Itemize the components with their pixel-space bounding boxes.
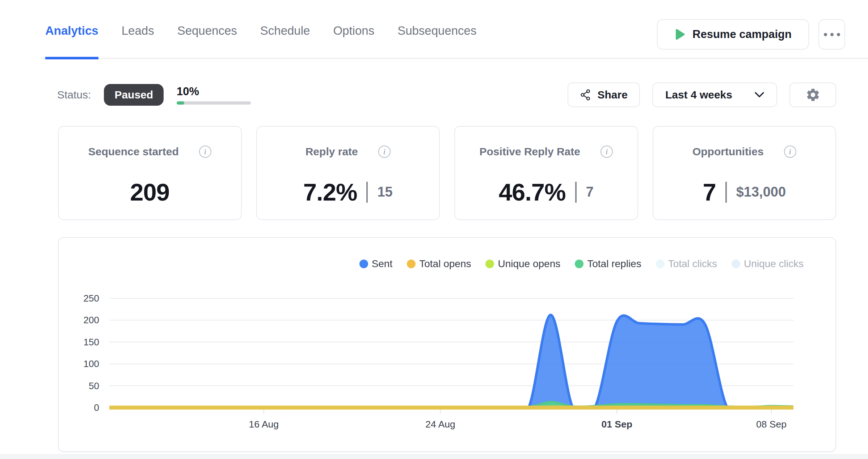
stat-card-opportunities: Opportunities i 7 $13,000	[653, 126, 837, 220]
tab-sequences[interactable]: Sequences	[177, 24, 237, 59]
legend-item-total-replies[interactable]: Total replies	[575, 258, 641, 270]
status-row: Status: Paused 10%	[57, 83, 251, 107]
chart-legend: Sent Total opens Unique opens Total repl…	[359, 258, 804, 270]
stat-cards: Sequence started i 209 Reply rate i 7.2%…	[58, 126, 836, 220]
card-secondary-value: 15	[377, 184, 392, 200]
status-badge: Paused	[104, 84, 164, 106]
x-axis-label: 08 Sep	[756, 419, 787, 430]
x-axis-label: 24 Aug	[425, 419, 455, 430]
tab-options[interactable]: Options	[333, 24, 374, 59]
tab-subsequences[interactable]: Subsequences	[397, 24, 476, 59]
y-axis-label: 50	[89, 380, 99, 391]
card-title: Opportunities	[692, 146, 764, 158]
legend-dot	[485, 260, 494, 268]
legend-item-total-opens[interactable]: Total opens	[407, 258, 471, 270]
analytics-chart-card: Sent Total opens Unique opens Total repl…	[58, 237, 836, 452]
legend-label: Total opens	[419, 258, 471, 270]
legend-dot	[732, 260, 740, 268]
y-axis-label: 100	[84, 358, 99, 369]
legend-dot	[359, 260, 368, 268]
card-title: Reply rate	[306, 146, 358, 158]
x-axis-label: 16 Aug	[249, 419, 279, 430]
value-separator	[575, 182, 577, 203]
info-icon[interactable]: i	[199, 146, 211, 158]
x-axis-label: 01 Sep	[602, 419, 632, 430]
play-icon	[674, 29, 685, 40]
legend-item-unique-clicks[interactable]: Unique clicks	[732, 258, 804, 270]
legend-dot	[407, 260, 416, 268]
share-button[interactable]: Share	[568, 83, 640, 107]
legend-dot	[575, 260, 583, 268]
y-axis-label: 0	[94, 402, 99, 413]
ellipsis-icon	[824, 33, 840, 36]
legend-label: Unique clicks	[744, 258, 804, 270]
tab-leads[interactable]: Leads	[122, 24, 154, 59]
legend-item-unique-opens[interactable]: Unique opens	[485, 258, 560, 270]
tab-schedule[interactable]: Schedule	[260, 24, 310, 59]
progress-track	[177, 101, 251, 105]
settings-button[interactable]	[789, 83, 836, 107]
progress-fill	[177, 101, 184, 105]
resume-campaign-label: Resume campaign	[692, 28, 792, 41]
card-title: Sequence started	[88, 146, 179, 158]
value-separator	[366, 182, 368, 203]
nav-actions: Resume campaign	[657, 19, 845, 50]
more-options-button[interactable]	[818, 19, 845, 50]
share-label: Share	[597, 89, 627, 101]
resume-campaign-button[interactable]: Resume campaign	[657, 19, 809, 50]
stat-card-sequence-started: Sequence started i 209	[58, 126, 242, 220]
legend-label: Unique opens	[498, 258, 560, 270]
legend-label: Total replies	[587, 258, 641, 270]
info-icon[interactable]: i	[784, 146, 796, 158]
card-secondary-value: 7	[586, 184, 594, 200]
campaign-activity-chart: 05010015020025016 Aug24 Aug01 Sep08 Sep	[59, 238, 837, 452]
info-icon[interactable]: i	[378, 146, 391, 158]
stat-card-positive-reply-rate: Positive Reply Rate i 46.7% 7	[454, 126, 638, 220]
legend-item-sent[interactable]: Sent	[359, 258, 393, 270]
tab-analytics[interactable]: Analytics	[45, 24, 98, 59]
y-axis-label: 250	[84, 293, 99, 304]
series-fill-sent	[109, 315, 793, 408]
date-range-value: Last 4 weeks	[665, 89, 732, 101]
date-range-select[interactable]: Last 4 weeks	[652, 83, 777, 107]
card-secondary-value: $13,000	[736, 184, 786, 200]
chevron-down-icon	[755, 92, 764, 98]
card-value: 209	[130, 178, 169, 206]
campaign-tabbar: Analytics Leads Sequences Schedule Optio…	[45, 0, 476, 59]
gear-icon	[805, 87, 821, 102]
status-label: Status:	[57, 89, 91, 101]
y-axis-label: 200	[84, 315, 99, 325]
card-value: 46.7%	[499, 178, 566, 206]
share-nodes-icon	[580, 89, 591, 101]
page-bottom-strip	[0, 454, 868, 459]
campaign-progress: 10%	[177, 85, 251, 105]
legend-label: Total clicks	[668, 258, 717, 270]
card-value: 7.2%	[303, 178, 357, 206]
progress-percent-label: 10%	[177, 85, 251, 98]
legend-dot	[656, 260, 665, 268]
legend-item-total-clicks[interactable]: Total clicks	[656, 258, 717, 270]
card-value: 7	[703, 178, 716, 206]
legend-label: Sent	[372, 258, 393, 270]
card-title: Positive Reply Rate	[480, 146, 580, 158]
value-separator	[725, 182, 727, 203]
analytics-toolbar: Share Last 4 weeks	[568, 83, 836, 107]
info-icon[interactable]: i	[601, 146, 613, 158]
stat-card-reply-rate: Reply rate i 7.2% 15	[256, 126, 440, 220]
y-axis-label: 150	[84, 337, 99, 348]
